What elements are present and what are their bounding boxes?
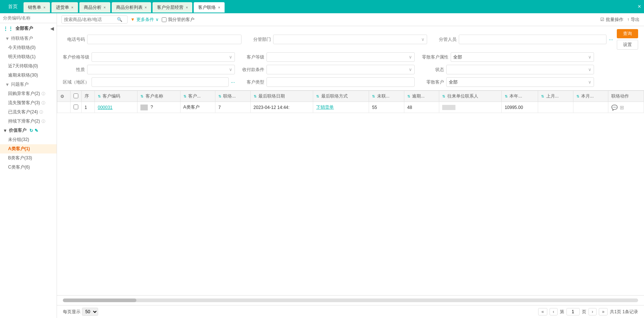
row-checkbox[interactable] xyxy=(74,105,78,109)
tab-close-analysis[interactable]: × xyxy=(104,6,106,10)
sidebar-search-input[interactable] xyxy=(3,15,57,21)
refresh-icon[interactable]: ↻ xyxy=(29,128,33,133)
tab-close-analysis-list[interactable]: × xyxy=(145,6,147,10)
filter-select-cust-level[interactable]: ∨ xyxy=(266,52,414,62)
cell-last-method[interactable]: 下销货单 xyxy=(313,102,369,113)
page-number-input[interactable] xyxy=(566,308,580,315)
export-button[interactable]: ↑ 导出 xyxy=(627,17,640,23)
search-button[interactable]: 查询 xyxy=(617,29,638,38)
triangle-icon-3: ▼ xyxy=(3,128,7,133)
col-name[interactable]: ⇅ 客户名称 xyxy=(137,91,180,102)
filter-select-dept[interactable]: ∨ xyxy=(273,35,427,44)
sidebar-group-problem[interactable]: ▼ 问题客户 xyxy=(0,80,57,89)
tab-home[interactable]: 首页 xyxy=(3,0,23,13)
sidebar-item-today[interactable]: 今天待联络(0) xyxy=(0,43,57,52)
my-customers-check[interactable] xyxy=(162,17,167,22)
filter-select-retail-attr[interactable]: 全部 ∨ xyxy=(451,52,594,62)
col-last-date[interactable]: ⇅ 最后联络日期 xyxy=(250,91,313,102)
chevron-down-cust-level: ∨ xyxy=(409,54,412,60)
filter-cell-status: 状态 ∨ xyxy=(422,64,594,75)
select-all-checkbox[interactable] xyxy=(74,93,78,98)
search-icon[interactable]: 🔍 xyxy=(117,17,122,22)
tab-close-customer-contact[interactable]: × xyxy=(218,6,220,10)
col-contact-count[interactable]: ⇅ 联络... xyxy=(215,91,251,102)
col-checkbox[interactable] xyxy=(71,91,82,102)
close-all-button[interactable]: × xyxy=(638,3,641,10)
sidebar-item-ungrouped[interactable]: 未分组(32) xyxy=(0,135,57,144)
cell-last-date: 2023-04-12 14:44: xyxy=(250,102,313,113)
filter-label-phone: 电话号码 xyxy=(63,36,85,43)
sidebar-item-overdue[interactable]: 逾期未联络(30) xyxy=(0,71,57,80)
col-settings[interactable]: ⚙ xyxy=(57,91,71,102)
col-overdue[interactable]: ⇅ 逾期... xyxy=(404,91,439,102)
sidebar-item-churn-warning[interactable]: 流失预警客户(3) ⓘ xyxy=(0,98,57,107)
sidebar-item-declining[interactable]: 持续下滑客户(2) ⓘ xyxy=(0,117,57,126)
main-search-input[interactable] xyxy=(64,17,115,22)
filter-select-status[interactable]: ∨ xyxy=(446,65,594,74)
sidebar-group-value[interactable]: ▼ 价值客户 ↻ ✎ xyxy=(0,126,57,135)
sidebar-collapse-btn[interactable]: ◀ xyxy=(50,26,54,31)
tab-close-customer-segment[interactable]: × xyxy=(186,6,188,10)
col-contact-person[interactable]: ⇅ 往来单位联系人 xyxy=(439,91,502,102)
tab-analysis[interactable]: 商品分析 × xyxy=(79,2,110,13)
next-page-button[interactable]: › xyxy=(588,308,597,315)
first-page-button[interactable]: « xyxy=(538,308,547,315)
last-page-button[interactable]: » xyxy=(599,308,608,315)
cell-checkbox[interactable] xyxy=(71,102,82,113)
col-last-method[interactable]: ⇅ 最后联络方式 xyxy=(313,91,369,102)
scroll-thumb[interactable] xyxy=(63,298,136,302)
cell-code[interactable]: 000031 xyxy=(95,102,137,113)
bulk-op-button[interactable]: ☑ 批量操作 xyxy=(600,17,623,23)
sidebar-group-pending[interactable]: ▼ 待联络客户 xyxy=(0,34,57,43)
col-uncontact[interactable]: ⇅ 未联... xyxy=(369,91,404,102)
col-current-year[interactable]: ⇅ 本年... xyxy=(501,91,538,102)
col-current-month[interactable]: ⇅ 本月... xyxy=(573,91,608,102)
per-page-select[interactable]: 50 xyxy=(82,308,98,316)
tab-analysis-list[interactable]: 商品分析列表 × xyxy=(112,2,151,13)
chat-icon[interactable]: 💬 xyxy=(611,105,618,110)
top-bar: 首页 销售单 × 进货单 × 商品分析 × 商品分析列表 × 客户分层经营 × … xyxy=(0,0,644,13)
sidebar-item-b-class[interactable]: B类客户(33) xyxy=(0,153,57,163)
filter-dots-region[interactable]: ··· xyxy=(231,79,235,85)
filter-select-price-level[interactable]: ∨ xyxy=(92,52,235,62)
sidebar-item-7days[interactable]: 近7天待联络(0) xyxy=(0,61,57,71)
filter-input-phone[interactable] xyxy=(87,35,242,44)
sidebar-item-c-class[interactable]: C类客户(6) xyxy=(0,163,57,172)
setting-button[interactable]: 设置 xyxy=(617,40,638,50)
tab-customer-contact[interactable]: 客户联络 × xyxy=(194,2,225,13)
settings-icon[interactable]: ⚙ xyxy=(60,94,64,99)
tab-close-purchase[interactable]: × xyxy=(71,6,74,10)
col-code[interactable]: ⇅ 客户编码 xyxy=(95,91,137,102)
more-conditions-button[interactable]: ▼ 更多条件 ∨ xyxy=(130,17,159,23)
tab-customer-segment[interactable]: 客户分层经营 × xyxy=(153,2,192,13)
filter-label-person: 分管人员 xyxy=(434,36,457,43)
tab-sales[interactable]: 销售单 × xyxy=(24,2,50,13)
sidebar-item-tomorrow[interactable]: 明天待联络(1) xyxy=(0,52,57,61)
sidebar-item-churned[interactable]: 已流失客户(24) ⓘ xyxy=(0,107,57,117)
sidebar-item-abnormal[interactable]: 回购异常客户(2) ⓘ xyxy=(0,89,57,98)
scroll-track[interactable] xyxy=(63,298,638,302)
sidebar-item-a-class[interactable]: A类客户(1) xyxy=(0,144,57,153)
edit-icon[interactable]: ✎ xyxy=(35,128,38,133)
filter-input-cust-type[interactable] xyxy=(266,77,414,87)
filter-input-region[interactable] xyxy=(92,77,229,87)
col-last-month[interactable]: ⇅ 上月... xyxy=(538,91,573,102)
filter-dots-person[interactable]: ··· xyxy=(609,36,613,42)
tab-purchase[interactable]: 进货单 × xyxy=(51,2,78,13)
tab-close-sales[interactable]: × xyxy=(43,6,46,10)
sidebar-search-box[interactable]: 🔍 xyxy=(0,13,57,23)
filter-select-retail-cust[interactable]: 全部 ∨ xyxy=(446,77,594,87)
cell-name[interactable]: ? xyxy=(137,102,180,113)
grid-icon[interactable]: ⊞ xyxy=(620,105,624,110)
sidebar: 🔍 ⋮⋮ 全部客户 ◀ ▼ 待联络客户 今天待联络(0) 明天待联络(1) 近7… xyxy=(0,13,57,318)
sidebar-all-customers[interactable]: ⋮⋮ 全部客户 ◀ xyxy=(0,23,57,34)
filter-input-person[interactable] xyxy=(459,35,607,44)
filter-select-payment[interactable]: ∨ xyxy=(266,65,414,74)
search-box[interactable]: 🔍 xyxy=(61,15,128,24)
col-type[interactable]: ⇅ 客户... xyxy=(180,91,215,102)
table-header-row: ⚙ 序 ⇅ 客户编码 ⇅ 客户名称 xyxy=(57,91,644,102)
prev-page-button[interactable]: ‹ xyxy=(550,308,558,315)
filter-select-nature[interactable]: ∨ xyxy=(87,65,235,74)
sort-icon-type: ⇅ xyxy=(183,94,186,98)
my-customers-checkbox[interactable]: 我分管的客户 xyxy=(162,17,194,23)
